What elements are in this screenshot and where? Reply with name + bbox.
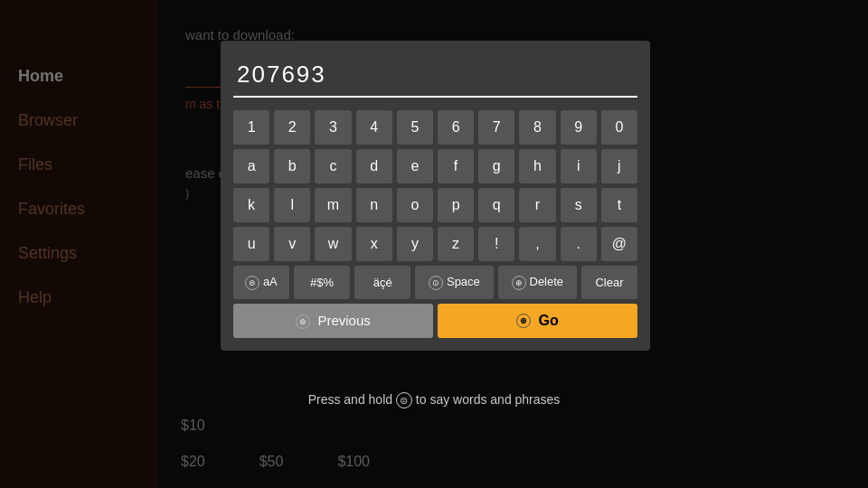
keyboard-dialog: 1 2 3 4 5 6 7 8 9 0 a b c d e f g h i j … [221, 41, 650, 351]
go-button[interactable]: ⊕ Go [438, 304, 637, 338]
key-p[interactable]: p [438, 188, 474, 222]
key-comma[interactable]: , [519, 227, 555, 261]
number-row: 1 2 3 4 5 6 7 8 9 0 [233, 110, 637, 145]
key-z[interactable]: z [438, 227, 474, 261]
key-1[interactable]: 1 [233, 110, 269, 145]
key-w[interactable]: w [315, 227, 351, 261]
key-5[interactable]: 5 [397, 110, 433, 145]
key-8[interactable]: 8 [519, 110, 555, 145]
key-r[interactable]: r [519, 188, 555, 222]
key-4[interactable]: 4 [356, 110, 392, 145]
key-hash[interactable]: #$% [294, 266, 350, 299]
key-space[interactable]: ⊙ Space [415, 266, 494, 299]
key-i[interactable]: i [561, 149, 597, 183]
key-v[interactable]: v [274, 227, 310, 261]
delete-icon: ⊕ [512, 276, 526, 290]
key-period[interactable]: . [561, 227, 597, 261]
key-x[interactable]: x [356, 227, 392, 261]
key-at[interactable]: @ [601, 227, 637, 261]
key-b[interactable]: b [274, 149, 310, 183]
hint-text: Press and hold ⊜ to say words and phrase… [0, 392, 868, 408]
key-q[interactable]: q [478, 188, 514, 222]
sym-icon: ⊜ [245, 276, 259, 290]
hint-icon: ⊜ [396, 392, 412, 408]
key-h[interactable]: h [519, 149, 555, 183]
key-t[interactable]: t [601, 188, 637, 222]
prev-icon: ⊜ [296, 314, 310, 329]
text-input[interactable] [233, 57, 637, 98]
key-n[interactable]: n [356, 188, 392, 222]
key-clear[interactable]: Clear [581, 266, 637, 299]
alpha-row3: u v w x y z ! , . @ [233, 227, 637, 261]
key-e[interactable]: e [397, 149, 433, 183]
key-accent[interactable]: äçé [354, 266, 410, 299]
key-a[interactable]: a [233, 149, 269, 183]
key-c[interactable]: c [315, 149, 351, 183]
alpha-row1: a b c d e f g h i j [233, 149, 637, 183]
alpha-row2: k l m n o p q r s t [233, 188, 637, 222]
key-delete[interactable]: ⊕ Delete [498, 266, 577, 299]
key-exclaim[interactable]: ! [478, 227, 514, 261]
key-l[interactable]: l [274, 188, 310, 222]
key-f[interactable]: f [438, 149, 474, 183]
key-6[interactable]: 6 [438, 110, 474, 145]
special-row: ⊜ aA #$% äçé ⊙ Space ⊕ Delete Clear [233, 266, 637, 299]
key-d[interactable]: d [356, 149, 392, 183]
key-sym-aa[interactable]: ⊜ aA [233, 266, 289, 299]
key-2[interactable]: 2 [274, 110, 310, 145]
go-icon: ⊕ [516, 314, 531, 328]
key-7[interactable]: 7 [478, 110, 514, 145]
previous-button[interactable]: ⊜ Previous [233, 304, 433, 338]
key-y[interactable]: y [397, 227, 433, 261]
key-g[interactable]: g [478, 149, 514, 183]
key-0[interactable]: 0 [601, 110, 637, 145]
key-o[interactable]: o [397, 188, 433, 222]
key-j[interactable]: j [601, 149, 637, 183]
bottom-row: ⊜ Previous ⊕ Go [233, 304, 637, 338]
key-9[interactable]: 9 [561, 110, 597, 145]
key-u[interactable]: u [233, 227, 269, 261]
space-icon: ⊙ [429, 276, 443, 290]
key-m[interactable]: m [315, 188, 351, 222]
key-k[interactable]: k [233, 188, 269, 222]
key-3[interactable]: 3 [315, 110, 351, 145]
key-s[interactable]: s [561, 188, 597, 222]
